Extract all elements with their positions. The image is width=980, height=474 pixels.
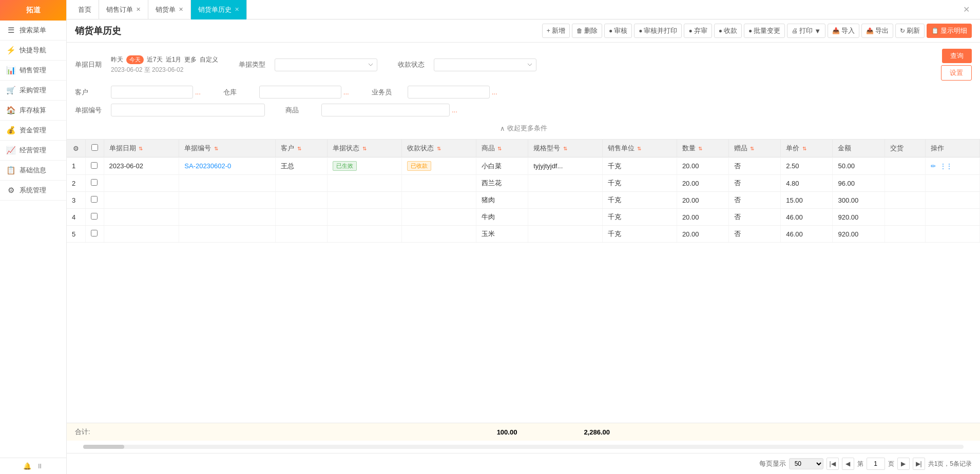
show-detail-button[interactable]: 📋 显示明细 [927, 24, 972, 38]
cell-checkbox[interactable] [85, 157, 104, 175]
sidebar-item-search-menu[interactable]: ☰ 搜索菜单 [0, 21, 66, 41]
collect-button[interactable]: ● 收款 [714, 24, 742, 38]
pay-status-select[interactable] [434, 58, 536, 71]
th-customer[interactable]: 客户 ⇅ [276, 140, 328, 157]
cell-checkbox[interactable] [85, 175, 104, 192]
sidebar-item-purchase-mgmt[interactable]: 🛒 采购管理 [0, 81, 66, 101]
th-qty[interactable]: 数量 ⇅ [677, 140, 728, 157]
page-number-input[interactable]: 1 [867, 458, 885, 470]
horizontal-scrollbar[interactable] [67, 441, 980, 453]
sidebar-item-sales-mgmt[interactable]: 📊 销售管理 [0, 61, 66, 81]
audit-print-button[interactable]: ● 审核并打印 [634, 24, 682, 38]
cell-checkbox[interactable] [85, 192, 104, 209]
import-label: 导入 [841, 26, 855, 35]
page-size-select[interactable]: 20 50 100 200 [789, 458, 823, 469]
settings-icon[interactable]: ⚙ [73, 145, 79, 152]
sidebar-item-finance[interactable]: 💰 资金管理 [0, 121, 66, 141]
warehouse-input[interactable] [259, 86, 341, 98]
th-gift[interactable]: 赠品 ⇅ [729, 140, 781, 157]
refresh-button[interactable]: ↻ 刷新 [895, 24, 925, 38]
sidebar-item-inventory[interactable]: 🏠 库存核算 [0, 101, 66, 121]
th-checkbox[interactable] [85, 140, 104, 157]
doc-no-link[interactable]: SA-20230602-0 [184, 162, 231, 170]
sidebar-item-basic-info[interactable]: 📋 基础信息 [0, 161, 66, 181]
tab-home[interactable]: 首页 [71, 0, 99, 19]
tab-sales-order-close[interactable]: ✕ [136, 6, 141, 13]
shortcut-7days[interactable]: 近7天 [147, 55, 163, 64]
shortcut-custom[interactable]: 自定义 [200, 55, 218, 64]
pause-icon[interactable]: ⏸ [36, 462, 43, 470]
goods-ellipsis-btn[interactable]: ... [450, 106, 459, 114]
customer-input[interactable] [111, 86, 193, 98]
th-goods[interactable]: 商品 ⇅ [476, 140, 528, 157]
notification-icon[interactable]: 🔔 [23, 462, 31, 470]
row-checkbox[interactable] [91, 230, 98, 236]
cell-delivery [885, 209, 926, 226]
tab-sales-goods[interactable]: 销货单 ✕ [148, 0, 191, 19]
set-button[interactable]: 设置 [941, 65, 972, 81]
table-row: 5 玉米 千克 20.00 否 46.00 920.00 [67, 226, 980, 243]
print-dropdown-icon: ▼ [814, 27, 821, 35]
sidebar-item-sys-mgmt[interactable]: ⚙ 系统管理 [0, 181, 66, 201]
shortcut-more[interactable]: 更多 [184, 55, 197, 64]
prev-page-button[interactable]: ◀ [842, 458, 854, 470]
tab-sales-goods-close[interactable]: ✕ [179, 6, 183, 13]
refresh-label: 刷新 [907, 26, 920, 35]
audit-button[interactable]: ● 审核 [604, 24, 632, 38]
th-spec[interactable]: 规格型号 ⇅ [528, 140, 603, 157]
batch-change-button[interactable]: ● 批量变更 [744, 24, 785, 38]
next-page-button[interactable]: ▶ [897, 458, 910, 470]
cell-checkbox[interactable] [85, 209, 104, 226]
th-doc-date[interactable]: 单据日期 ⇅ [104, 140, 179, 157]
export-button[interactable]: 📤 导出 [861, 24, 893, 38]
row-checkbox[interactable] [91, 213, 98, 220]
first-page-button[interactable]: |◀ [827, 458, 839, 470]
shortcut-1month[interactable]: 近1月 [166, 55, 182, 64]
salesperson-ellipsis-btn[interactable]: ... [490, 88, 499, 96]
sidebar-item-label: 采购管理 [20, 86, 46, 95]
th-price[interactable]: 单价 ⇅ [781, 140, 833, 157]
cell-delivery [885, 175, 926, 192]
select-all-checkbox[interactable] [91, 144, 98, 151]
shortcut-today[interactable]: 今天 [126, 55, 144, 64]
goods-sort-icon: ⇅ [497, 146, 502, 151]
sidebar-item-quick-nav[interactable]: ⚡ 快捷导航 [0, 41, 66, 61]
edit-action[interactable]: ✏ [931, 163, 936, 170]
th-settings[interactable]: ⚙ [67, 140, 85, 157]
th-doc-no[interactable]: 单据编号 ⇅ [179, 140, 276, 157]
tab-sales-order[interactable]: 销售订单 ✕ [99, 0, 148, 19]
th-pay-status[interactable]: 收款状态 ⇅ [402, 140, 476, 157]
tab-sales-history-close[interactable]: ✕ [235, 6, 239, 13]
row-checkbox[interactable] [91, 162, 98, 169]
th-doc-status[interactable]: 单据状态 ⇅ [328, 140, 402, 157]
sidebar-item-operations[interactable]: 📈 经营管理 [0, 141, 66, 161]
window-close-button[interactable]: ✕ [957, 5, 976, 14]
th-unit[interactable]: 销售单位 ⇅ [603, 140, 677, 157]
customer-ellipsis-btn[interactable]: ... [193, 88, 203, 96]
new-button[interactable]: + 新增 [542, 24, 570, 38]
scrollbar-thumb[interactable] [83, 445, 124, 449]
doc-no-input[interactable] [111, 104, 265, 116]
cell-checkbox[interactable] [85, 226, 104, 243]
collapse-filter-btn[interactable]: ∧ 收起更多条件 [496, 122, 551, 135]
tab-sales-history[interactable]: 销货单历史 ✕ [191, 0, 247, 19]
salesperson-input[interactable] [408, 86, 490, 98]
shortcut-yesterday[interactable]: 昨天 [111, 55, 123, 64]
warehouse-label: 仓库 [223, 88, 259, 97]
import-button[interactable]: 📥 导入 [828, 24, 859, 38]
warehouse-ellipsis-btn[interactable]: ... [341, 88, 351, 96]
doc-type-select[interactable] [275, 58, 377, 71]
cell-goods: 西兰花 [476, 175, 528, 192]
row-checkbox[interactable] [91, 196, 98, 203]
goods-input[interactable] [321, 104, 450, 116]
more-action[interactable]: ⋮⋮ [940, 163, 952, 170]
doc-status-sort-icon: ⇅ [362, 146, 367, 151]
print-button[interactable]: 🖨 打印 ▼ [787, 24, 825, 38]
filter-group-customer: 客户 ... [75, 86, 203, 98]
query-button[interactable]: 查询 [942, 49, 972, 63]
sidebar: 拓道 ☰ 搜索菜单 ⚡ 快捷导航 📊 销售管理 🛒 采购管理 🏠 库存核算 💰 … [0, 0, 67, 474]
row-checkbox[interactable] [91, 179, 98, 186]
delete-button[interactable]: 🗑 删除 [572, 24, 602, 38]
abandon-button[interactable]: ● 弃审 [684, 24, 712, 38]
last-page-button[interactable]: ▶| [913, 458, 925, 470]
